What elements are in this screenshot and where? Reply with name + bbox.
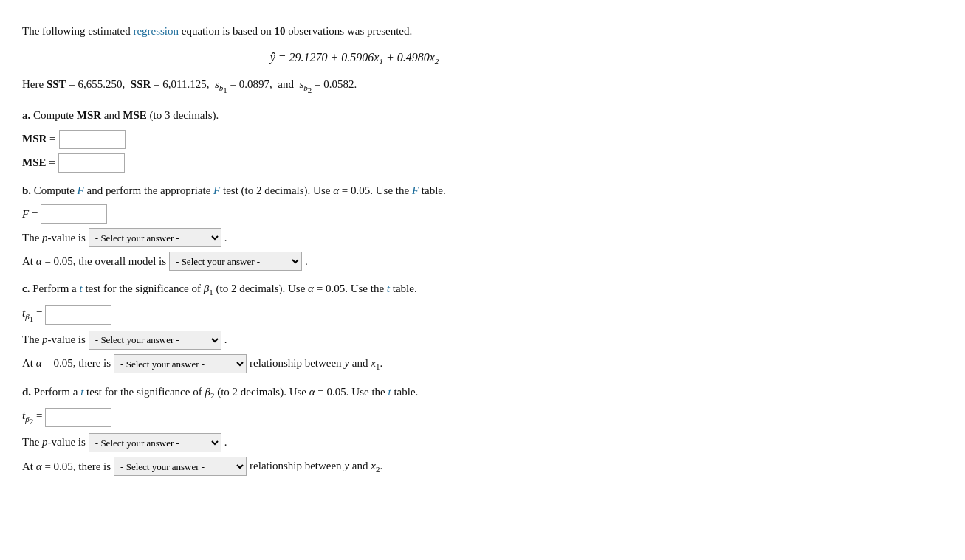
f-word2: F bbox=[213, 184, 220, 196]
section-c-header: c. Perform a t test for the significance… bbox=[22, 280, 687, 300]
section-d-header: d. Perform a t test for the significance… bbox=[22, 383, 687, 403]
f-row: F = bbox=[22, 204, 687, 224]
msr-label: MSR = bbox=[22, 130, 56, 149]
msr-input[interactable] bbox=[59, 130, 126, 149]
b-pvalue-dot: . bbox=[224, 229, 227, 248]
c-relationship-select[interactable]: - Select your answer - a significant no … bbox=[114, 354, 247, 373]
n-value: 10 bbox=[275, 25, 286, 37]
section-c-label: c. bbox=[22, 283, 30, 294]
d-pvalue-dot: . bbox=[224, 433, 227, 452]
d-pvalue-prefix: The p-value is bbox=[22, 433, 86, 452]
intro-text: The following estimated regression equat… bbox=[22, 22, 687, 41]
d-pvalue-select[interactable]: - Select your answer - less than .01 bet… bbox=[89, 433, 221, 452]
d-alpha-row: At α = 0.05, there is - Select your answ… bbox=[22, 457, 687, 477]
tb1-input[interactable] bbox=[45, 305, 111, 325]
mse-row: MSE = bbox=[22, 153, 687, 173]
msr-word: MSR bbox=[77, 109, 101, 121]
section-a-label: a. bbox=[22, 109, 30, 121]
section-b-label: b. bbox=[22, 184, 31, 196]
b-alpha-dot: . bbox=[305, 252, 308, 272]
b-model-select[interactable]: - Select your answer - significant not s… bbox=[169, 252, 302, 271]
msr-row: MSR = bbox=[22, 130, 687, 149]
d-pvalue-row: The p-value is - Select your answer - le… bbox=[22, 433, 687, 452]
d-alpha-suffix: relationship between y and x2. bbox=[250, 457, 382, 477]
d-t-table: t bbox=[388, 386, 391, 398]
c-alpha-suffix: relationship between y and x1. bbox=[250, 354, 382, 374]
main-content: The following estimated regression equat… bbox=[22, 22, 687, 477]
f-label: F = bbox=[22, 205, 38, 224]
mse-input[interactable] bbox=[58, 153, 125, 173]
f-input[interactable] bbox=[41, 204, 107, 224]
section-b-header: b. Compute F and perform the appropriate… bbox=[22, 182, 687, 201]
b-pvalue-row: The p-value is - Select your answer - le… bbox=[22, 228, 687, 247]
b-alpha-prefix: At α = 0.05, the overall model is bbox=[22, 252, 166, 272]
tb2-label: tβ2 = bbox=[22, 407, 42, 429]
c-alpha-prefix: At α = 0.05, there is bbox=[22, 354, 111, 373]
f-table-ref: F bbox=[412, 184, 419, 196]
c-alpha-row: At α = 0.05, there is - Select your answ… bbox=[22, 354, 687, 374]
c-pvalue-select[interactable]: - Select your answer - less than .01 bet… bbox=[89, 331, 221, 350]
regression-word: regression bbox=[133, 25, 179, 37]
d-t-word: t bbox=[80, 386, 83, 398]
given-values: Here SST = 6,655.250, SSR = 6,011.125, s… bbox=[22, 75, 687, 97]
main-equation: ŷ = 29.1270 + 0.5906x1 + 0.4980x2 bbox=[22, 47, 687, 69]
mse-label: MSE = bbox=[22, 153, 55, 173]
b-alpha-row: At α = 0.05, the overall model is - Sele… bbox=[22, 252, 687, 271]
tb1-row: tβ1 = bbox=[22, 304, 687, 326]
section-a-header: a. Compute MSR and MSE (to 3 decimals). bbox=[22, 106, 687, 125]
c-pvalue-prefix: The p-value is bbox=[22, 331, 86, 350]
b-pvalue-prefix: The p-value is bbox=[22, 229, 86, 248]
section-d-label: d. bbox=[22, 386, 31, 398]
b-pvalue-select[interactable]: - Select your answer - less than .01 bet… bbox=[89, 228, 221, 247]
d-relationship-select[interactable]: - Select your answer - a significant no … bbox=[114, 457, 247, 476]
mse-word: MSE bbox=[123, 109, 147, 121]
c-t-table: t bbox=[387, 283, 390, 294]
tb1-label: tβ1 = bbox=[22, 304, 42, 326]
c-pvalue-dot: . bbox=[224, 331, 227, 350]
tb2-row: tβ2 = bbox=[22, 407, 687, 429]
tb2-input[interactable] bbox=[45, 408, 111, 427]
d-alpha-prefix: At α = 0.05, there is bbox=[22, 457, 111, 477]
f-word: F bbox=[78, 184, 84, 196]
c-t-word: t bbox=[79, 283, 82, 294]
c-pvalue-row: The p-value is - Select your answer - le… bbox=[22, 331, 687, 350]
